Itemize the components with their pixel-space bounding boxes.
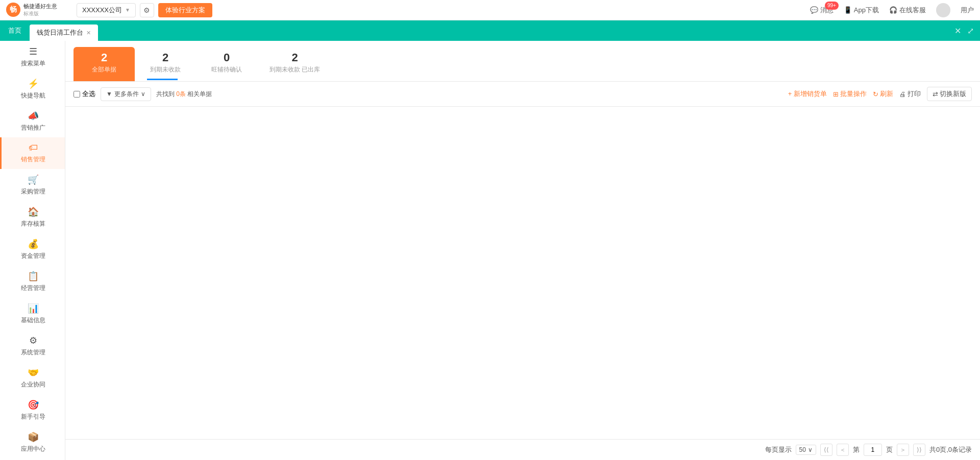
sidebar-item-basic-info[interactable]: 📊 基础信息	[0, 298, 65, 330]
app-download-btn[interactable]: 📱 App下载	[844, 6, 879, 15]
operation-icon: 📋	[28, 271, 39, 282]
sidebar-item-finance[interactable]: 💰 资金管理	[0, 233, 65, 265]
switch-version-btn[interactable]: ⇄ 切换新版	[927, 87, 972, 101]
sidebar-label-guide: 新手引导	[21, 413, 45, 421]
stat-num-shipped: 2	[270, 51, 320, 64]
total-label: 共0页,0条记录	[929, 445, 972, 454]
inventory-icon: 🏠	[28, 206, 39, 217]
sales-icon: 🏷	[29, 142, 38, 153]
stat-label-pending: 旺辅待确认	[208, 65, 245, 74]
add-sales-btn[interactable]: + 新增销货单	[788, 89, 827, 99]
online-service-btn[interactable]: 🎧 在线客服	[889, 6, 926, 15]
stat-tab-overdue[interactable]: 2 到期未收款	[135, 47, 196, 81]
switch-icon: ⇄	[933, 90, 938, 98]
app-download-label: App下载	[854, 6, 879, 15]
found-count: 0条	[176, 90, 186, 98]
message-badge: 99+	[825, 2, 839, 10]
refresh-btn[interactable]: ↻ 刷新	[873, 89, 893, 99]
content-area: 2 全部单据 2 到期未收款 0 旺辅待确认 2 到期未收款 已出库 全选	[65, 41, 980, 460]
select-all-label: 全选	[82, 89, 95, 99]
sidebar-label-search-menu: 搜索菜单	[21, 59, 45, 68]
select-all-area[interactable]: 全选	[74, 89, 95, 99]
maximize-window-icon[interactable]: ⤢	[965, 24, 976, 38]
sidebar-item-quick-nav[interactable]: ⚡ 快捷导航	[0, 73, 65, 105]
settings-button[interactable]: ⚙	[140, 3, 154, 17]
filter-icon: ▼	[106, 90, 112, 98]
sidebar-item-inventory[interactable]: 🏠 库存核算	[0, 201, 65, 233]
stat-label-all: 全部单据	[86, 65, 122, 74]
pagination-bar: 每页显示 50 ∨ ⟨⟨ ＜ 第 页 ＞ ⟩⟩ 共0页,0条记录	[65, 439, 980, 460]
company-name: XXXXXX公司	[82, 6, 122, 15]
sidebar-item-marketing[interactable]: 📣 营销推广	[0, 105, 65, 137]
quick-nav-icon: ⚡	[28, 78, 39, 89]
stats-row: 2 全部单据 2 到期未收款 0 旺辅待确认 2 到期未收款 已出库	[65, 41, 980, 82]
tab-home[interactable]: 首页	[0, 20, 30, 41]
sidebar-item-guide[interactable]: 🎯 新手引导	[0, 394, 65, 426]
tab-active[interactable]: 钱货日清工作台 ✕	[30, 25, 98, 41]
per-page-label: 每页显示	[765, 445, 792, 454]
dropdown-arrow-icon: ▼	[125, 7, 130, 13]
refresh-label: 刷新	[880, 89, 893, 99]
message-btn[interactable]: 💬 消息 99+	[810, 6, 834, 15]
per-page-select[interactable]: 50 ∨	[796, 445, 816, 455]
stat-num-overdue: 2	[147, 51, 184, 64]
more-conditions-btn[interactable]: ▼ 更多条件 ∨	[101, 87, 151, 101]
sidebar-label-operation: 经营管理	[21, 284, 45, 293]
sidebar-item-operation[interactable]: 📋 经营管理	[0, 265, 65, 298]
next-page-btn[interactable]: ＞	[897, 444, 909, 456]
tab-active-label: 钱货日清工作台	[37, 28, 83, 37]
stat-tab-all[interactable]: 2 全部单据	[74, 47, 135, 81]
stat-tab-shipped[interactable]: 2 到期未收款 已出库	[257, 47, 332, 81]
basic-info-icon: 📊	[28, 303, 39, 314]
experience-btn[interactable]: 体验行业方案	[158, 3, 212, 17]
enterprise-icon: 🤝	[28, 367, 39, 378]
main-layout: ☰ 搜索菜单 ⚡ 快捷导航 📣 营销推广 🏷 销售管理 🛒 采购管理 🏠 库存核…	[0, 41, 980, 460]
sidebar-item-purchase[interactable]: 🛒 采购管理	[0, 169, 65, 201]
sidebar-label-finance: 资金管理	[21, 252, 45, 260]
sidebar-item-system[interactable]: ⚙ 系统管理	[0, 330, 65, 362]
purchase-icon: 🛒	[28, 174, 39, 185]
finance-icon: 💰	[28, 238, 39, 250]
close-window-icon[interactable]: ✕	[952, 24, 963, 38]
avatar[interactable]	[936, 3, 950, 17]
toolbar: 全选 ▼ 更多条件 ∨ 共找到 0条 相关单据 + 新增销货单 ⊞ 批量操作 ↻	[65, 82, 980, 107]
guide-icon: 🎯	[28, 399, 39, 410]
sidebar-item-app-center[interactable]: 📦 应用中心	[0, 426, 65, 458]
stat-tab-pending[interactable]: 0 旺辅待确认	[196, 47, 257, 81]
user-name: 用户	[961, 6, 974, 15]
refresh-icon: ↻	[873, 90, 878, 98]
sidebar-label-app-center: 应用中心	[21, 445, 45, 453]
sidebar-item-sales[interactable]: 🏷 销售管理	[0, 137, 65, 169]
download-icon: 📱	[844, 6, 852, 14]
batch-op-btn[interactable]: ⊞ 批量操作	[833, 89, 867, 99]
switch-version-label: 切换新版	[940, 89, 966, 99]
sidebar-item-search-menu[interactable]: ☰ 搜索菜单	[0, 41, 65, 73]
sidebar-label-basic-info: 基础信息	[21, 316, 45, 325]
batch-icon: ⊞	[833, 90, 839, 98]
marketing-icon: 📣	[28, 110, 39, 122]
page-label: 第	[853, 445, 860, 454]
logo-area: 畅 畅捷通好生意 标准版	[6, 3, 71, 17]
stat-num-pending: 0	[208, 51, 245, 64]
tab-bar-right: ✕ ⤢	[952, 24, 980, 38]
sidebar-label-sales: 销售管理	[21, 155, 45, 164]
close-tab-icon[interactable]: ✕	[86, 30, 91, 36]
more-conditions-label: 更多条件	[114, 90, 139, 99]
print-btn[interactable]: 🖨 打印	[899, 89, 921, 99]
prev-page-btn[interactable]: ＜	[837, 444, 849, 456]
sidebar-label-marketing: 营销推广	[21, 124, 45, 132]
per-page-arrow-icon: ∨	[808, 446, 813, 453]
first-page-btn[interactable]: ⟨⟨	[820, 444, 832, 456]
page-input[interactable]	[864, 444, 882, 456]
company-selector[interactable]: XXXXXX公司 ▼	[77, 3, 136, 17]
sidebar-label-system: 系统管理	[21, 348, 45, 357]
sidebar-item-enterprise[interactable]: 🤝 企业协同	[0, 362, 65, 394]
sidebar-label-purchase: 采购管理	[21, 187, 45, 196]
batch-op-label: 批量操作	[840, 89, 867, 99]
sidebar-label-quick-nav: 快捷导航	[21, 91, 45, 100]
last-page-btn[interactable]: ⟩⟩	[913, 444, 925, 456]
app-center-icon: 📦	[28, 431, 39, 443]
logo-icon: 畅	[6, 3, 20, 17]
select-all-checkbox[interactable]	[74, 91, 80, 98]
top-right-area: 💬 消息 99+ 📱 App下载 🎧 在线客服 用户	[810, 3, 974, 17]
